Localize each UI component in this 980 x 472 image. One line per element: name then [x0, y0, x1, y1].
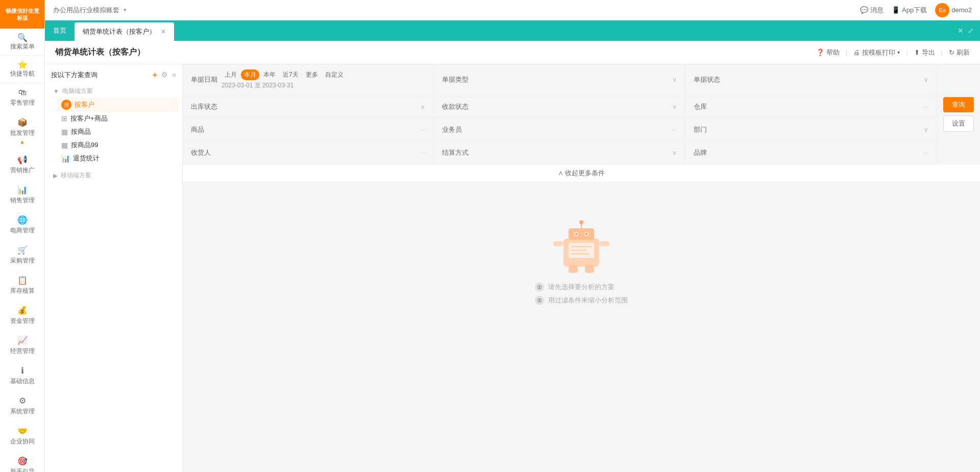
filter-cell-date: 单据日期 上月 本月 本年 近7天 更多 自定义	[183, 64, 434, 95]
date-label: 单据日期	[191, 75, 217, 84]
tree-item-by-goods-99[interactable]: ▦ 按商品99	[57, 138, 178, 152]
left-panel: 按以下方案查询 + ⚙ « ▼ 电脑端方案 按 按客户	[45, 64, 183, 472]
settlement-label: 结算方式	[442, 148, 469, 157]
tab-maximize-icon[interactable]: ⤢	[968, 27, 974, 35]
sidebar-item-basic[interactable]: ℹ 基础信息	[0, 361, 44, 391]
expand-icon: ▲	[20, 139, 25, 145]
date-tab-more[interactable]: 更多	[303, 69, 321, 80]
left-panel-icons: + ⚙ «	[153, 70, 176, 80]
tab-minimize-icon[interactable]: ✕	[958, 27, 964, 35]
sidebar-item-finance[interactable]: 💰 资金管理	[0, 300, 44, 331]
sidebar-item-quicknav[interactable]: ⭐ 快捷导航	[0, 56, 44, 83]
date-tab-this-year[interactable]: 本年	[260, 69, 279, 80]
goods-more-icon[interactable]: ···	[420, 126, 425, 133]
filter-cell-collect-status: 收款状态 ∨	[434, 96, 685, 118]
tree-item-by-goods[interactable]: ▦ 按商品	[57, 125, 178, 138]
sidebar-item-system[interactable]: ⚙ 系统管理	[0, 391, 44, 421]
sidebar-item-label: 销售管理	[10, 196, 35, 205]
tree-item-return-stats[interactable]: 📊 退货统计	[57, 152, 178, 165]
sidebar-item-label: 搜索菜单	[0, 42, 44, 51]
sidebar-item-wholesale[interactable]: 📦 批发管理 ▲	[0, 112, 44, 150]
search-icon: 🔍	[0, 33, 44, 42]
receiver-more-icon[interactable]: ···	[420, 149, 425, 156]
sidebar-item-retail[interactable]: 🛍 零售管理	[0, 83, 44, 112]
collapse-panel-icon[interactable]: «	[172, 70, 176, 80]
user-menu[interactable]: Ea demo2	[935, 3, 972, 17]
return-stats-label: 退货统计	[73, 154, 100, 163]
by-customer-label: 按客户	[75, 100, 94, 109]
sidebar-item-search[interactable]: 🔍 搜索菜单	[0, 29, 44, 56]
svg-point-9	[585, 233, 587, 235]
sidebar-item-sales[interactable]: 📊 销售管理	[0, 180, 44, 210]
export-label: 导出	[922, 48, 935, 57]
settlement-dropdown-icon[interactable]: ∨	[672, 149, 677, 156]
step-1-text: 请先选择要分析的方案	[548, 282, 615, 292]
export-button[interactable]: ⬆ 导出	[914, 48, 935, 57]
retail-icon: 🛍	[18, 88, 27, 97]
filter-cell-order-type: 单据类型 ∨	[434, 64, 685, 95]
table2-icon: ▦	[61, 141, 68, 149]
filter-layout: 按以下方案查询 + ⚙ « ▼ 电脑端方案 按 按客户	[45, 64, 980, 472]
divider3: |	[941, 49, 943, 56]
staff-more-icon[interactable]: ···	[672, 126, 677, 133]
sidebar-item-inventory[interactable]: 📋 库存核算	[0, 270, 44, 300]
tab-home[interactable]: 首页	[45, 20, 75, 41]
app-download-icon: 📱	[892, 6, 900, 14]
template-print-button[interactable]: 🖨 按模板打印 ▾	[853, 48, 900, 57]
sidebar-item-enterprise[interactable]: 🤝 企业协同	[0, 421, 44, 451]
date-tab-7days[interactable]: 近7天	[280, 69, 302, 80]
topbar-left: 办公用品行业模拟账套 ▾	[53, 6, 127, 15]
tab-sales-stats[interactable]: 销货单统计表（按客户） ✕	[75, 22, 174, 41]
settings-scheme-icon[interactable]: ⚙	[161, 70, 168, 80]
filter-cell-out-status: 出库状态 ∨	[183, 96, 434, 118]
out-status-label: 出库状态	[191, 102, 217, 111]
sidebar-item-ecommerce[interactable]: 🌐 电商管理	[0, 210, 44, 240]
topbar: 办公用品行业模拟账套 ▾ 💬 消息 📱 App下载 Ea demo2	[45, 0, 980, 20]
sidebar-item-label: 经营管理	[10, 347, 35, 356]
warehouse-more-icon[interactable]: ···	[923, 103, 928, 110]
sidebar-item-marketing[interactable]: 📢 营销推广	[0, 150, 44, 180]
app-download-label: App下载	[902, 6, 927, 15]
date-tab-last-month[interactable]: 上月	[222, 69, 240, 80]
industry-dropdown[interactable]: ▾	[124, 7, 127, 13]
sidebar-item-label: 资金管理	[10, 317, 35, 325]
date-tab-custom[interactable]: 自定义	[322, 69, 347, 80]
app-download-button[interactable]: 📱 App下载	[892, 6, 927, 15]
sidebar-item-purchase[interactable]: 🛒 采购管理	[0, 240, 44, 270]
message-icon: 💬	[860, 6, 868, 14]
sidebar-item-newguide[interactable]: 🎯 新手引导	[0, 451, 44, 472]
tree-item-by-customer[interactable]: 按 按客户	[57, 98, 178, 112]
collect-status-dropdown-icon[interactable]: ∨	[672, 103, 677, 110]
settings-button[interactable]: 设置	[943, 115, 974, 132]
print-dropdown-icon[interactable]: ▾	[897, 50, 900, 55]
sidebar-item-label: 库存核算	[10, 287, 35, 295]
warehouse-label: 仓库	[694, 102, 707, 111]
mobile-expand-icon[interactable]: ▶	[53, 172, 58, 179]
filter-rows: 单据日期 上月 本月 本年 近7天 更多 自定义	[183, 64, 937, 164]
out-status-dropdown-icon[interactable]: ∨	[421, 103, 425, 110]
tabbar: 首页 销货单统计表（按客户） ✕ ✕ ⤢	[45, 20, 980, 41]
query-button[interactable]: 查询	[943, 97, 974, 112]
add-scheme-icon[interactable]: +	[153, 70, 157, 80]
template-print-label: 按模板打印	[862, 48, 895, 57]
sidebar-item-operation[interactable]: 📈 经营管理	[0, 331, 44, 361]
sidebar-item-label: 企业协同	[10, 437, 35, 446]
filter-cell-settlement: 结算方式 ∨	[434, 141, 685, 164]
date-tab-this-month[interactable]: 本月	[241, 69, 259, 80]
tab-close-icon[interactable]: ✕	[161, 28, 166, 35]
page-title: 销货单统计表（按客户）	[55, 47, 145, 64]
refresh-button[interactable]: ↻ 刷新	[949, 48, 970, 57]
brand-more-icon[interactable]: ···	[923, 149, 928, 156]
mobile-group-label: 移动端方案	[61, 171, 91, 180]
order-status-dropdown-icon[interactable]: ∨	[924, 76, 928, 83]
collapse-label: 收起更多条件	[565, 169, 605, 177]
help-button[interactable]: ❓ 帮助	[816, 48, 840, 57]
finance-icon: 💰	[17, 305, 28, 315]
collapse-bar[interactable]: ∧ 收起更多条件	[183, 164, 980, 182]
dept-dropdown-icon[interactable]: ∨	[924, 126, 928, 133]
tree-item-by-customer-goods[interactable]: ⊞ 按客户+商品	[57, 112, 178, 125]
filter-row-2: 出库状态 ∨ 收款状态 ∨ 仓库	[183, 96, 937, 119]
message-button[interactable]: 💬 消息	[860, 6, 884, 15]
order-type-dropdown-icon[interactable]: ∨	[672, 76, 677, 83]
expand-icon[interactable]: ▼	[53, 88, 59, 95]
